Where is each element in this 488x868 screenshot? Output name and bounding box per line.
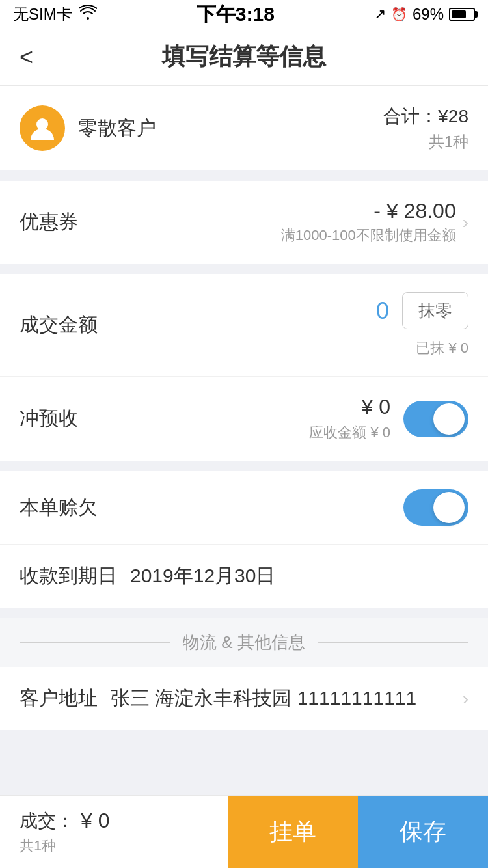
bottom-deal-row: 成交： ¥ 0: [20, 809, 208, 834]
deal-amount-row: 成交金额 0 抹零 已抹 ¥ 0: [20, 274, 468, 376]
customer-name: 零散客户: [78, 115, 156, 142]
customer-right: 合计：¥28 共1种: [383, 104, 468, 152]
coupon-right: - ¥ 28.00 满1000-100不限制使用金额 ›: [281, 199, 468, 245]
customer-left: 零散客户: [20, 105, 156, 151]
avatar: [20, 105, 65, 151]
back-button[interactable]: <: [20, 44, 33, 71]
bottom-deal-label: 成交：: [20, 809, 74, 834]
separator-3: [0, 608, 488, 618]
status-bar: 无SIM卡 下午3:18 ↗ ⏰ 69%: [0, 0, 488, 29]
prepayment-main-amount: ¥ 0: [309, 395, 390, 419]
pending-button[interactable]: 挂单: [228, 796, 358, 869]
credit-row: 本单赊欠: [0, 471, 488, 544]
carrier-label: 无SIM卡: [13, 4, 72, 25]
prepayment-left: 冲预收: [20, 405, 78, 432]
coupon-info: - ¥ 28.00 满1000-100不限制使用金额: [281, 199, 456, 245]
address-label: 客户地址: [20, 685, 98, 712]
status-time: 下午3:18: [197, 1, 275, 28]
bottom-deal-amount: ¥ 0: [81, 809, 109, 833]
coupon-amount: - ¥ 28.00: [281, 199, 456, 223]
coupon-card: 优惠券 - ¥ 28.00 满1000-100不限制使用金额 ›: [0, 181, 488, 264]
due-date-value: 2019年12月30日: [130, 563, 275, 590]
location-icon: ↗: [374, 6, 386, 23]
coupon-description: 满1000-100不限制使用金额: [281, 226, 456, 245]
total-count: 共1种: [383, 131, 468, 152]
bottom-summary: 成交： ¥ 0 共1种: [0, 809, 228, 856]
customer-row: 零散客户 合计：¥28 共1种: [0, 86, 488, 170]
address-left: 客户地址 张三 海淀永丰科技园 11111111111: [20, 685, 416, 712]
bottom-bar: 成交： ¥ 0 共1种 挂单 保存: [0, 795, 488, 868]
bottom-count: 共1种: [20, 836, 208, 856]
prepayment-amounts: ¥ 0 应收金额 ¥ 0: [309, 395, 390, 442]
content: 零散客户 合计：¥28 共1种 优惠券 - ¥ 28.00 满1000-100不…: [0, 86, 488, 819]
deal-amount-value: 0: [376, 297, 389, 325]
prepayment-toggle[interactable]: [403, 401, 468, 437]
deal-amount-sub: 已抹 ¥ 0: [416, 338, 468, 358]
prepayment-row: 冲预收 ¥ 0 应收金额 ¥ 0: [0, 376, 488, 461]
address-row[interactable]: 客户地址 张三 海淀永丰科技园 11111111111 ›: [0, 667, 488, 730]
page-title: 填写结算等信息: [162, 41, 326, 73]
logistics-header: 物流 & 其他信息: [0, 618, 488, 667]
address-chevron-icon: ›: [463, 688, 468, 709]
coupon-label: 优惠券: [20, 209, 78, 236]
toggle-knob: [433, 403, 465, 435]
credit-toggle-knob: [433, 492, 465, 523]
deal-amount-right: 0 抹零: [376, 292, 468, 329]
prepayment-label: 冲预收: [20, 405, 78, 432]
alarm-icon: ⏰: [391, 7, 407, 22]
separator-1: [0, 264, 488, 274]
due-date-label: 收款到期日: [20, 563, 117, 590]
deal-section: 成交金额 0 抹零 已抹 ¥ 0: [0, 274, 488, 376]
round-off-button[interactable]: 抹零: [402, 292, 468, 329]
prepayment-sub-amount: 应收金额 ¥ 0: [309, 423, 390, 442]
separator-2: [0, 461, 488, 471]
logistics-title: 物流 & 其他信息: [183, 631, 305, 654]
nav-bar: < 填写结算等信息: [0, 29, 488, 86]
customer-card: 零散客户 合计：¥28 共1种: [0, 86, 488, 170]
credit-label: 本单赊欠: [20, 495, 98, 521]
total-amount: 合计：¥28: [383, 104, 468, 129]
save-button[interactable]: 保存: [358, 796, 488, 869]
battery-icon: [449, 8, 475, 21]
battery-percentage: 69%: [413, 5, 444, 23]
logistics-line-right: [318, 642, 468, 643]
coupon-row[interactable]: 优惠券 - ¥ 28.00 满1000-100不限制使用金额 ›: [0, 181, 488, 264]
status-right: ↗ ⏰ 69%: [374, 5, 475, 23]
credit-toggle[interactable]: [403, 489, 468, 526]
coupon-chevron-icon: ›: [463, 212, 468, 233]
wifi-icon: [79, 5, 97, 23]
logistics-line-left: [20, 642, 170, 643]
prepayment-right: ¥ 0 应收金额 ¥ 0: [309, 395, 468, 442]
deal-amount-label: 成交金额: [20, 312, 98, 338]
due-date-row: 收款到期日 2019年12月30日: [0, 544, 488, 608]
address-value: 张三 海淀永丰科技园 11111111111: [111, 685, 416, 712]
status-left: 无SIM卡: [13, 4, 97, 25]
svg-point-0: [36, 118, 48, 130]
